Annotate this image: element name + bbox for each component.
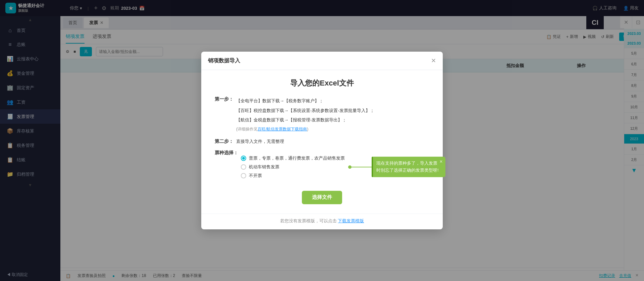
- ticket-option-2[interactable]: 机动车销售发票 ✕ 现在支持的票种多了，导入发票时别忘了选择正确的发票类型呀!: [241, 164, 345, 170]
- step1-line3: 【航信】金税盘数据下载→【报税管理-发票数据导出】；: [236, 115, 374, 125]
- step2-text: 直接导入文件，无需整理: [236, 138, 284, 145]
- ticket-option-1[interactable]: 普票，专票，卷票，通行费发票，农产品销售发票: [241, 155, 345, 161]
- tooltip-bubble: ✕ 现在支持的票种多了，导入发票时别忘了选择正确的发票类型呀!: [372, 157, 445, 177]
- tooltip-container: ✕ 现在支持的票种多了，导入发票时别忘了选择正确的发票类型呀!: [348, 157, 445, 177]
- step2-label: 第二步：: [215, 138, 233, 145]
- select-file-button[interactable]: 选择文件: [302, 191, 342, 204]
- radio-opt3[interactable]: [241, 173, 246, 178]
- download-template-link[interactable]: 下载发票模版: [338, 218, 364, 223]
- step1-line2: 【百旺】税控盘数据下载→【系统设置-系统参数设置-发票批量导入】；: [236, 106, 374, 116]
- step1-line1: 【全电平台】数据下载→【税务数字账户】；: [236, 96, 374, 106]
- dialog-footer: 若您没有发票模版，可以点击 下载发票模版: [201, 214, 443, 229]
- tooltip-line: [352, 167, 372, 167]
- radio-opt2[interactable]: [241, 164, 246, 170]
- dialog-main-title: 导入您的Excel文件: [215, 78, 429, 88]
- dialog-title: 销项数据导入: [208, 57, 240, 64]
- dialog-body: 导入您的Excel文件 第一步： 【全电平台】数据下载→【税务数字账户】； 【百…: [201, 70, 443, 214]
- ticket-label: 票种选择：: [215, 150, 238, 156]
- dialog-step2: 第二步： 直接导入文件，无需整理: [215, 138, 429, 145]
- dialog-header: 销项数据导入 ✕: [201, 52, 443, 70]
- import-dialog: 销项数据导入 ✕ 导入您的Excel文件 第一步： 【全电平台】数据下载→【税务…: [201, 52, 443, 229]
- radio-opt1[interactable]: [241, 156, 246, 161]
- dialog-overlay: 销项数据导入 ✕ 导入您的Excel文件 第一步： 【全电平台】数据下载→【税务…: [0, 0, 644, 281]
- download-guide-link[interactable]: 百旺/航信发票数据下载指南: [258, 127, 307, 131]
- tooltip-dot: [348, 165, 352, 169]
- tooltip-bar: [372, 157, 373, 177]
- ticket-options: 普票，专票，卷票，通行费发票，农产品销售发票 机动车销售发票 ✕: [241, 155, 345, 179]
- tooltip-close-button[interactable]: ✕: [439, 159, 443, 165]
- dialog-step1: 第一步： 【全电平台】数据下载→【税务数字账户】； 【百旺】税控盘数据下载→【系…: [215, 96, 429, 133]
- step1-label: 第一步：: [215, 96, 233, 102]
- dialog-close-button[interactable]: ✕: [431, 57, 436, 64]
- ticket-select-area: 票种选择： 普票，专票，卷票，通行费发票，农产品销售发票 机动车销售发票: [215, 150, 429, 184]
- step1-hint: (详细操作见百旺/航信发票数据下载指南): [236, 125, 374, 133]
- ticket-option-3[interactable]: 不开票: [241, 173, 345, 179]
